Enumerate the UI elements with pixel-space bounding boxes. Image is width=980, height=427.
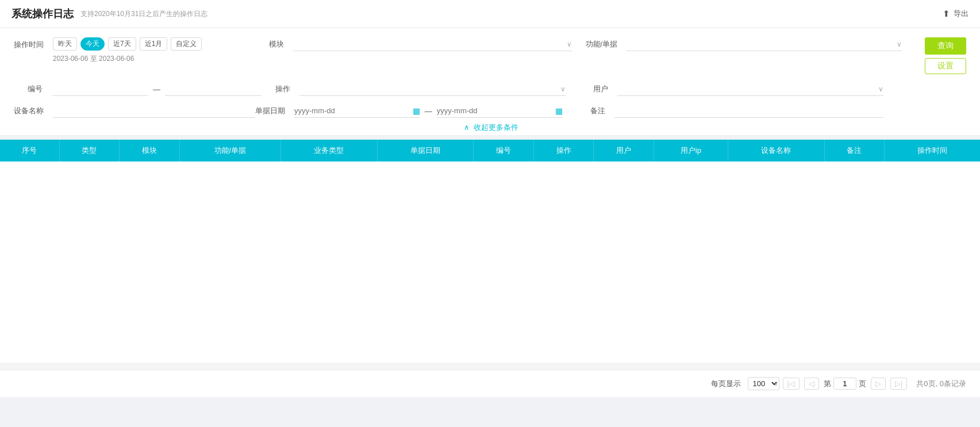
time-range-text: 2023-06-06 至 2023-06-06 — [53, 54, 202, 64]
empty-area — [0, 161, 980, 363]
page-subtitle: 支持2020年10月31日之后产生的操作日志 — [80, 9, 207, 19]
col-code: 编号 — [474, 140, 533, 161]
voucher-date-label: 单据日期 — [255, 106, 285, 116]
total-info: 共0页, 0条记录 — [916, 379, 966, 389]
col-operation: 操作 — [533, 140, 593, 161]
time-btn-1month[interactable]: 近1月 — [140, 37, 168, 51]
data-table: 序号 类型 模块 功能/单据 业务类型 单据日期 编号 操作 用户 用户ip 设… — [0, 140, 980, 161]
date-end-input[interactable] — [437, 104, 555, 117]
time-btn-today[interactable]: 今天 — [80, 37, 105, 51]
page-header: 系统操作日志 支持2020年10月31日之后产生的操作日志 ⬆ 导出 — [0, 0, 980, 28]
remark-input[interactable] — [614, 104, 884, 117]
col-user-ip: 用户ip — [654, 140, 728, 161]
col-function: 功能/单据 — [179, 140, 280, 161]
last-page-button[interactable]: ▷| — [890, 378, 907, 390]
first-page-button[interactable]: |◁ — [783, 378, 800, 390]
calendar-start-icon[interactable]: ▦ — [413, 106, 420, 116]
function-label: 功能/单据 — [586, 39, 618, 49]
page-number-input[interactable] — [833, 378, 856, 390]
pagination-bar: 每页显示 100 10 20 50 200 ∨ |◁ ◁ 第 页 ▷ ▷| 共0… — [0, 370, 980, 397]
page-unit: 页 — [859, 379, 866, 389]
settings-button[interactable]: 设置 — [925, 58, 966, 74]
code-dash: — — [153, 85, 160, 94]
operation-label: 操作 — [262, 84, 290, 94]
calendar-end-icon[interactable]: ▦ — [555, 106, 563, 116]
per-page-label: 每页显示 — [711, 379, 741, 389]
table-area: 序号 类型 模块 功能/单据 业务类型 单据日期 编号 操作 用户 用户ip 设… — [0, 140, 980, 363]
per-page-select[interactable]: 100 10 20 50 200 — [748, 377, 779, 390]
time-btn-custom[interactable]: 自定义 — [171, 37, 202, 51]
filter-section: 操作时间 昨天 今天 近7天 近1月 自定义 2023-06-06 至 2023… — [0, 28, 980, 135]
device-label: 设备名称 — [14, 106, 44, 116]
date-start-input[interactable] — [294, 104, 413, 117]
col-device: 设备名称 — [728, 140, 824, 161]
time-btn-yesterday[interactable]: 昨天 — [53, 37, 77, 51]
page-label: 第 — [824, 379, 831, 389]
time-label: 操作时间 — [14, 37, 44, 50]
code-end-input[interactable] — [165, 82, 262, 95]
operation-select[interactable] — [299, 82, 566, 95]
module-label: 模块 — [255, 39, 284, 49]
query-button[interactable]: 查询 — [925, 37, 966, 55]
col-voucher-date: 单据日期 — [377, 140, 474, 161]
date-dash: — — [422, 107, 435, 116]
col-index: 序号 — [0, 140, 59, 161]
code-label: 编号 — [14, 84, 43, 94]
export-label: 导出 — [954, 9, 969, 19]
collapse-button[interactable]: ∧ 收起更多条件 — [14, 118, 966, 135]
col-biz-type: 业务类型 — [281, 140, 378, 161]
col-type: 类型 — [59, 140, 119, 161]
export-button[interactable]: ⬆ 导出 — [943, 9, 969, 19]
remark-label: 备注 — [577, 106, 605, 116]
col-remark: 备注 — [824, 140, 884, 161]
col-module: 模块 — [120, 140, 179, 161]
prev-page-button[interactable]: ◁ — [804, 378, 819, 390]
module-select[interactable] — [293, 37, 572, 51]
device-input[interactable] — [53, 104, 255, 117]
page-info: 第 页 — [824, 378, 866, 390]
function-select[interactable] — [627, 37, 902, 51]
collapse-label: 收起更多条件 — [474, 123, 518, 132]
table-header-row: 序号 类型 模块 功能/单据 业务类型 单据日期 编号 操作 用户 用户ip 设… — [0, 140, 980, 161]
col-op-time: 操作时间 — [884, 140, 980, 161]
time-btn-7days[interactable]: 近7天 — [108, 37, 136, 51]
user-select[interactable] — [617, 82, 883, 95]
page-title: 系统操作日志 — [11, 7, 74, 21]
next-page-button[interactable]: ▷ — [871, 378, 886, 390]
export-icon: ⬆ — [943, 9, 950, 19]
code-start-input[interactable] — [52, 82, 148, 95]
user-label: 用户 — [579, 84, 608, 94]
horizontal-scrollbar[interactable] — [0, 363, 980, 370]
collapse-icon: ∧ — [464, 123, 470, 132]
action-buttons: 查询 设置 — [925, 37, 966, 74]
col-user: 用户 — [594, 140, 654, 161]
